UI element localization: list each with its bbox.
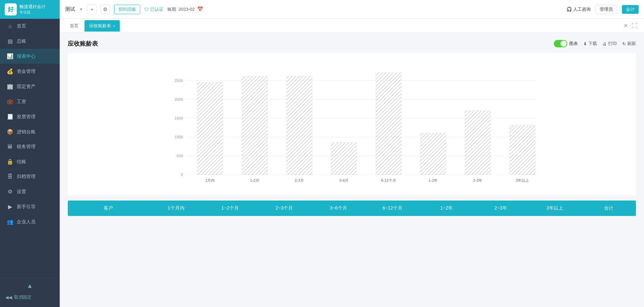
home-icon: ⌂ [7,23,13,29]
download-btn[interactable]: ⬇ 下载 [583,41,597,47]
svg-text:2500: 2500 [174,79,183,83]
sidebar-item-fund[interactable]: 💰 资金管理 [0,64,60,79]
report-icon: 📊 [7,53,13,59]
th-1month: 1个月内 [149,201,203,216]
sidebar-logo: 好 畅捷通好会计 专业版 [0,0,60,19]
aging-table: 客户 1个月内 1~2个月 2~3个月 3~6个月 6~12个月 1~2年 2~… [68,201,636,216]
app-name: 畅捷通好会计 [19,4,46,10]
svg-text:3年以上: 3年以上 [516,178,529,182]
content-area: 应收账龄表 图表 ⬇ 下载 🖨 打印 ↻ 刷新 [60,33,644,307]
shield-icon: 🛡 [144,7,149,12]
period: 账期 2023-02 📅 [167,6,203,12]
th-1-2month: 1~2个月 [203,201,257,216]
sidebar-item-payroll[interactable]: 💼 工资 [0,94,60,109]
svg-text:1-2月: 1-2月 [250,178,259,182]
logo-text: 畅捷通好会计 专业版 [19,4,46,14]
dropdown-arrow-icon[interactable]: ▼ [79,7,83,12]
period-label: 账期 [167,7,176,12]
role-btn[interactable]: 会计 [622,5,639,14]
sidebar-item-archive[interactable]: 🗄 归档管理 [0,169,60,184]
th-total: 合计 [582,201,636,216]
sidebar-item-invoice[interactable]: 🧾 发票管理 [0,109,60,124]
sidebar-item-home[interactable]: ⌂ 首页 [0,19,60,34]
svg-text:1000: 1000 [174,135,183,139]
th-3year-plus: 3年以上 [528,201,582,216]
sidebar-label-settings: 设置 [17,189,26,195]
bar-6-12个月 [376,73,401,175]
sidebar-item-inventory[interactable]: 📦 进销台账 [0,124,60,139]
scroll-up-btn[interactable]: ▲ [0,281,60,291]
refresh-btn[interactable]: ↻ 刷新 [622,41,636,47]
page-title: 应收账龄表 [68,40,98,48]
close-panel-btn[interactable]: ✕ [622,21,629,30]
topbar: 测试 ▼ + ⚙ 切到旧版 🛡 已认证 账期 2023-02 📅 🎧 人工咨询 … [60,0,644,19]
sidebar-label-invoice: 发票管理 [17,114,36,120]
sidebar-item-asset[interactable]: 🏢 固定资产 [0,79,60,94]
staff-icon: 👥 [7,219,13,225]
th-6-12month: 6~12个月 [365,201,419,216]
certified-badge: 🛡 已认证 [144,6,163,12]
settings-btn[interactable]: ⚙ [101,5,110,14]
svg-text:0: 0 [181,173,183,177]
asset-icon: 🏢 [7,83,13,90]
switch-old-btn[interactable]: 切到旧版 [114,5,140,14]
svg-text:6-12个月: 6-12个月 [381,178,396,182]
sidebar-item-close[interactable]: 🔒 结账 [0,154,60,169]
sidebar-item-staff[interactable]: 👥 企业人员 [0,214,60,229]
bar-2-3年 [465,111,490,175]
sidebar-label-asset: 固定资产 [17,84,36,90]
period-value: 2023-02 [179,7,195,12]
print-btn[interactable]: 🖨 打印 [602,41,617,47]
app-edition: 专业版 [19,10,46,14]
consult-label: 人工咨询 [573,6,591,12]
payroll-icon: 💼 [7,98,13,105]
consult-btn[interactable]: 🎧 人工咨询 [567,6,591,12]
expand-panel-btn[interactable]: ⛶ [631,21,639,30]
invoice-icon: 🧾 [7,114,13,120]
add-company-btn[interactable]: + [87,5,97,14]
main-area: 测试 ▼ + ⚙ 切到旧版 🛡 已认证 账期 2023-02 📅 🎧 人工咨询 … [60,0,644,307]
sidebar-label-staff: 企业人员 [17,219,36,225]
sidebar-item-tax[interactable]: 🏛 税务管理 [0,139,60,154]
table-header: 客户 1个月内 1~2个月 2~3个月 3~6个月 6~12个月 1~2年 2~… [68,201,636,216]
svg-text:1月内: 1月内 [205,178,215,182]
bar-2-3月 [286,76,312,175]
company-name: 测试 [65,6,75,12]
chart-toggle[interactable] [554,40,567,47]
th-2-3month: 2~3个月 [257,201,311,216]
tab-home[interactable]: 首页 [65,20,83,32]
tab-aging[interactable]: 应收账龄表 × [85,20,120,32]
calendar-icon[interactable]: 📅 [197,6,203,12]
sidebar-item-report[interactable]: 📊 报表中心 [0,49,60,64]
download-label: 下载 [588,41,597,47]
sidebar-item-settings[interactable]: ⚙ 设置 [0,184,60,199]
bar-3年以上 [509,126,535,175]
cancel-fixed-btn[interactable]: ◀◀ 取消固定 [0,291,60,304]
guide-icon: ▶ [7,204,13,210]
sidebar-item-guide[interactable]: ▶ 新手引导 [0,199,60,214]
tab-close-icon[interactable]: × [113,24,115,28]
print-label: 打印 [608,41,617,47]
sidebar-label-tax: 税务管理 [17,144,36,150]
sidebar-bottom: ▲ ◀◀ 取消固定 [0,277,60,307]
bar-chart: 0 500 1000 1500 2000 2500 1月内 [74,60,629,188]
sidebar-label-inventory: 进销台账 [17,129,36,135]
chart-toggle-label: 图表 [569,41,578,47]
print-icon: 🖨 [602,41,607,46]
download-icon: ⬇ [583,41,587,46]
close-accounts-icon: 🔒 [7,159,13,165]
topbar-right: 🎧 人工咨询 管理员 会计 [567,5,639,14]
user-btn[interactable]: 管理员 [595,5,617,14]
cancel-fixed-label: 取消固定 [14,294,32,300]
sidebar: 好 畅捷通好会计 专业版 ⌂ 首页 ▤ 总账 📊 报表中心 💰 资金管理 🏢 固… [0,0,60,307]
svg-text:1500: 1500 [174,116,183,120]
certified-text: 已认证 [150,6,163,12]
page-actions: 图表 ⬇ 下载 🖨 打印 ↻ 刷新 [554,40,636,47]
sidebar-item-ledger[interactable]: ▤ 总账 [0,34,60,49]
sidebar-label-close: 结账 [17,159,26,165]
refresh-label: 刷新 [627,41,636,47]
logo-icon: 好 [5,3,17,15]
page-header: 应收账龄表 图表 ⬇ 下载 🖨 打印 ↻ 刷新 [68,40,636,48]
svg-text:1-2年: 1-2年 [429,178,438,182]
tab-aging-label: 应收账龄表 [89,23,111,29]
